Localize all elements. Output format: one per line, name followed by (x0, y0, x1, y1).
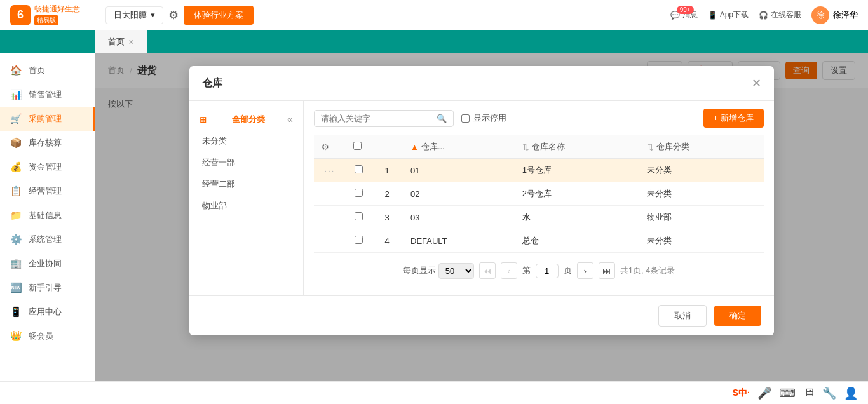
page-unit: 页 (564, 265, 572, 276)
brand-bottom: S中· (733, 387, 750, 399)
row-gear-3 (314, 206, 346, 229)
tab-close-icon[interactable]: ✕ (128, 38, 134, 46)
app-edition: 精易版 (34, 15, 58, 25)
sidebar-item-guide[interactable]: 🆕 新手引导 (0, 276, 95, 300)
app-download[interactable]: 📱 App下载 (708, 10, 749, 20)
search-icon: 🔍 (437, 114, 447, 123)
monitor-icon[interactable]: 🖥 (803, 386, 815, 400)
show-disabled-checkbox[interactable] (461, 114, 470, 123)
sidebar-item-enterprise[interactable]: 🏢 企业协同 (0, 252, 95, 276)
table-row[interactable]: ··· 1 01 1号仓库 未分类 (314, 159, 764, 182)
sidebar-home-label: 首页 (29, 65, 45, 76)
first-page-button[interactable]: ⏮ (479, 262, 496, 279)
prev-page-button[interactable]: ‹ (501, 262, 517, 279)
all-categories-label: 全部分类 (232, 114, 265, 125)
page-number-input[interactable] (536, 264, 559, 278)
cancel-button[interactable]: 取消 (658, 305, 707, 327)
row-name-1: 1号仓库 (515, 159, 639, 182)
cat-item-property[interactable]: 物业部 (189, 195, 303, 217)
th-category: ⇅ 仓库分类 (639, 135, 764, 159)
page-label: 第 (522, 265, 531, 276)
member-icon: 👑 (10, 330, 22, 342)
search-input[interactable] (321, 114, 433, 123)
sidebar-item-sales[interactable]: 📊 销售管理 (0, 83, 95, 107)
keyboard-icon[interactable]: ⌨ (779, 386, 796, 400)
sidebar-item-operations[interactable]: 📋 经营管理 (0, 179, 95, 203)
sidebar-item-apps[interactable]: 📱 应用中心 (0, 300, 95, 324)
user-bottom-icon[interactable]: 👤 (844, 386, 858, 400)
collapse-button[interactable]: « (287, 114, 293, 125)
purchase-icon: 🛒 (10, 113, 22, 125)
row-gear: ··· (314, 159, 346, 182)
modal-close-button[interactable]: ✕ (752, 76, 761, 90)
category-sidebar: ⊞ 全部分类 « 未分类 经营一部 经营二部 物业部 (189, 101, 304, 295)
sidebar-item-member[interactable]: 👑 畅会员 (0, 324, 95, 348)
sales-icon: 📊 (10, 89, 22, 100)
topbar: 6 畅捷通好生意 精易版 日太阳膜 ▾ ⚙ 体验行业方案 💬 消息 99+ 📱 … (0, 0, 868, 30)
sidebar-item-purchase[interactable]: 🛒 采购管理 (0, 107, 95, 131)
sidebar-apps-label: 应用中心 (29, 306, 62, 318)
cat-item-uncat[interactable]: 未分类 (189, 130, 303, 152)
select-all-checkbox[interactable] (353, 142, 362, 150)
table-row[interactable]: 3 03 水 物业部 (314, 206, 764, 229)
add-warehouse-button[interactable]: + 新增仓库 (703, 109, 764, 128)
nav-tabs: 首页 ✕ (0, 30, 868, 53)
enterprise-icon: 🏢 (10, 258, 22, 269)
sidebar-item-base[interactable]: 📁 基础信息 (0, 203, 95, 227)
th-name: ⇅ 仓库名称 (515, 135, 639, 159)
row-name-3: 水 (515, 206, 639, 229)
logo-icon: 6 (10, 5, 31, 25)
all-categories-item[interactable]: ⊞ 全部分类 « (189, 109, 303, 130)
sidebar-item-system[interactable]: ⚙️ 系统管理 (0, 227, 95, 252)
per-page-select[interactable]: 50 100 200 (438, 263, 474, 279)
table-row[interactable]: 2 02 2号仓库 未分类 (314, 182, 764, 206)
show-disabled-text: 显示停用 (473, 112, 506, 124)
settings-icon[interactable]: ⚙ (168, 8, 179, 22)
content-area: 首页 / 进货 🖨 印 📤 导出 ↺ 刷新 查询 设置 按以下 仓库 ✕ (95, 53, 868, 404)
row-code-1: 01 (403, 159, 515, 182)
cat-item-op1[interactable]: 经营一部 (189, 152, 303, 173)
store-selector[interactable]: 日太阳膜 ▾ (105, 6, 163, 24)
th-gear: ⚙ (314, 135, 346, 159)
tab-home[interactable]: 首页 ✕ (95, 30, 147, 53)
finance-icon: 💰 (10, 161, 22, 173)
row-num-2: 2 (371, 182, 403, 206)
inventory-icon: 📦 (10, 137, 22, 149)
modal-overlay: 仓库 ✕ ⊞ 全部分类 « 未分类 经营一部 经营二部 (95, 53, 868, 404)
row-gear-4 (314, 229, 346, 253)
pagination: 每页显示 50 100 200 ⏮ ‹ 第 页 (314, 253, 764, 288)
search-box: 🔍 (314, 110, 454, 127)
cat-item-op2[interactable]: 经营二部 (189, 173, 303, 195)
message-notification[interactable]: 💬 消息 99+ (670, 10, 698, 20)
page-summary: 共1页, 4条记录 (620, 265, 675, 276)
row-checkbox-3[interactable] (355, 212, 363, 220)
tool-icon[interactable]: 🔧 (822, 386, 836, 400)
sidebar-sales-label: 销售管理 (29, 89, 62, 100)
row-checkbox-1[interactable] (355, 165, 363, 173)
row-num-3: 3 (371, 206, 403, 229)
confirm-button[interactable]: 确定 (714, 306, 761, 326)
mic-icon[interactable]: 🎤 (757, 386, 771, 400)
sidebar-base-label: 基础信息 (29, 210, 62, 221)
next-page-button[interactable]: › (577, 262, 593, 279)
user-info[interactable]: 徐 徐泽华 (811, 6, 858, 24)
row-checkbox-2[interactable] (355, 189, 363, 197)
grid-icon: ⊞ (200, 115, 207, 125)
row-code-4: DEFAULT (403, 229, 515, 253)
sidebar-item-home[interactable]: 🏠 首页 (0, 58, 95, 83)
sort-icon-cat: ⇅ (647, 142, 654, 152)
sidebar-item-finance[interactable]: 💰 资金管理 (0, 155, 95, 179)
sidebar-item-inventory[interactable]: 📦 库存核算 (0, 131, 95, 155)
last-page-button[interactable]: ⏭ (599, 262, 615, 279)
row-checkbox-4[interactable] (355, 236, 363, 244)
warehouse-table: ⚙ ▲ (314, 135, 764, 253)
modal-title: 仓库 (202, 77, 222, 90)
sort-icon: ▲ (410, 142, 419, 152)
table-header-row: ⚙ ▲ (314, 135, 764, 159)
table-row[interactable]: 4 DEFAULT 总仓 未分类 (314, 229, 764, 253)
online-service[interactable]: 🎧 在线客服 (759, 10, 801, 20)
trial-button[interactable]: 体验行业方案 (184, 6, 254, 25)
row-name-2: 2号仓库 (515, 182, 639, 206)
store-name: 日太阳膜 (114, 10, 147, 21)
sidebar-finance-label: 资金管理 (29, 161, 62, 173)
